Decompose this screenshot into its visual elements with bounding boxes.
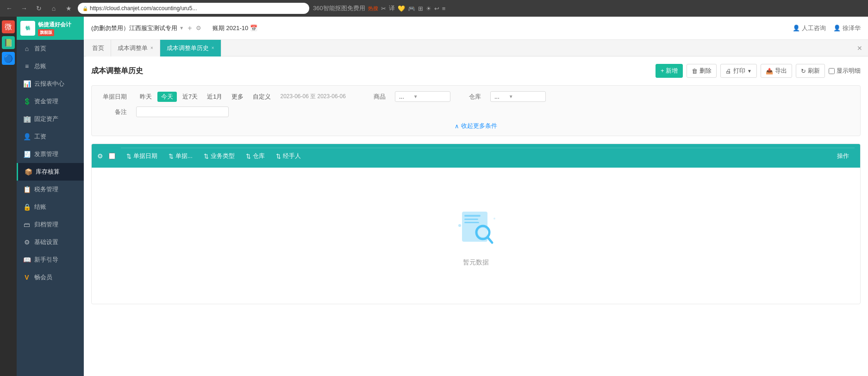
grid-icon[interactable]: ⊞ xyxy=(418,5,423,12)
remark-filter-label: 备注 xyxy=(99,108,127,116)
sidebar-label-tax: 税务管理 xyxy=(34,185,58,194)
warehouse-filter-label: 仓库 xyxy=(469,93,481,101)
sidebar-item-guide[interactable]: 📖 新手引导 xyxy=(17,251,84,269)
sidebar-item-tax[interactable]: 📋 税务管理 xyxy=(17,181,84,198)
wallet-icon[interactable]: 💛 xyxy=(398,5,405,12)
select-all-checkbox[interactable] xyxy=(109,153,115,159)
tab-bar-right: ✕ xyxy=(851,44,868,52)
page-title: 成本调整单历史 xyxy=(91,66,143,76)
tab-cost-adjustment-history-close[interactable]: × xyxy=(212,45,214,50)
refresh-button[interactable]: ↻ 刷新 xyxy=(796,64,825,78)
user-menu[interactable]: 👤 徐泽华 xyxy=(833,24,861,32)
table-settings-icon[interactable]: ⚙ xyxy=(97,152,103,160)
svg-rect-2 xyxy=(464,219,478,220)
sidebar-item-closing[interactable]: 🔒 结账 xyxy=(17,198,84,216)
sidebar-item-reports[interactable]: 📊 云报表中心 xyxy=(17,75,84,93)
export-button[interactable]: 📤 导出 xyxy=(761,64,792,78)
date-option-custom[interactable]: 自定义 xyxy=(249,92,275,102)
add-workspace-button[interactable]: + xyxy=(187,24,192,32)
new-button[interactable]: + 新增 xyxy=(656,64,683,78)
sidebar-logo: 畅 畅捷通好会计 旗舰版 xyxy=(17,17,84,40)
delete-button[interactable]: 🗑 删除 xyxy=(687,64,717,78)
product-select[interactable]: ... ▼ xyxy=(395,91,450,102)
calendar-icon[interactable]: 📅 xyxy=(250,25,257,31)
print-button[interactable]: 🖨 打印 ▼ xyxy=(720,64,757,78)
address-bar[interactable]: 🔒 https://cloud.chanjet.com/accounting/u… xyxy=(78,3,309,14)
date-option-yesterday[interactable]: 昨天 xyxy=(136,92,156,102)
date-option-today[interactable]: 今天 xyxy=(157,92,177,102)
nav-refresh-button[interactable]: ↻ xyxy=(33,3,44,14)
tab-cost-adjustment-label: 成本调整单 xyxy=(118,44,148,52)
strip-green[interactable]: 📗 xyxy=(2,36,15,49)
sidebar-item-payroll[interactable]: 👤 工资 xyxy=(17,128,84,145)
page-header: 成本调整单历史 + 新增 🗑 删除 🖨 打印 ▼ 📤 导出 xyxy=(91,64,861,78)
sidebar-item-settings[interactable]: ⚙ 基础设置 xyxy=(17,233,84,251)
ledger-icon: ≡ xyxy=(23,63,31,70)
browser-chrome: ← → ↻ ⌂ ★ 🔒 https://cloud.chanjet.com/ac… xyxy=(0,0,868,17)
tab-cost-adjustment-history[interactable]: 成本调整单历史 × xyxy=(160,40,221,56)
sidebar-item-fixed-assets[interactable]: 🏢 固定资产 xyxy=(17,110,84,128)
refresh-icon: ↻ xyxy=(801,68,806,75)
export-label: 导出 xyxy=(775,67,787,75)
collapse-button[interactable]: ∧ 收起更多条件 xyxy=(99,122,853,130)
close-all-tabs-button[interactable]: ✕ xyxy=(851,44,868,52)
ssl-lock-icon: 🔒 xyxy=(82,6,88,11)
scissors-icon[interactable]: ✂ xyxy=(381,5,386,12)
col-date[interactable]: ⇅ 单据日期 xyxy=(121,148,163,164)
url-text: https://cloud.chanjet.com/accounting/uru… xyxy=(90,5,197,12)
sidebar-label-archive: 归档管理 xyxy=(34,220,58,229)
col-operator[interactable]: ⇅ 经手人 xyxy=(270,148,306,164)
sidebar-item-invoice[interactable]: 🧾 发票管理 xyxy=(17,145,84,163)
product-filter-label: 商品 xyxy=(374,93,386,101)
tab-cost-adjustment-history-label: 成本调整单历史 xyxy=(167,44,209,52)
sort-icon-operator: ⇅ xyxy=(276,153,281,160)
sidebar-item-home[interactable]: ⌂ 首页 xyxy=(17,40,84,57)
sidebar-item-archive[interactable]: 🗃 归档管理 xyxy=(17,216,84,233)
col-biztype[interactable]: ⇅ 业务类型 xyxy=(198,148,240,164)
nav-star-button[interactable]: ★ xyxy=(63,3,74,14)
settings-gear-icon[interactable]: ⚙ xyxy=(196,25,201,31)
sidebar-label-inventory: 库存核算 xyxy=(36,168,60,176)
tab-cost-adjustment[interactable]: 成本调整单 × xyxy=(111,40,160,56)
payroll-icon: 👤 xyxy=(23,133,31,140)
nav-forward-button[interactable]: → xyxy=(19,3,30,14)
svg-point-8 xyxy=(493,218,495,219)
sidebar-label-invoice: 发票管理 xyxy=(34,150,58,158)
tab-cost-adjustment-close[interactable]: × xyxy=(150,45,153,50)
sidebar-item-funds[interactable]: 💲 资金管理 xyxy=(17,93,84,110)
print-dropdown-icon: ▼ xyxy=(747,69,752,74)
brightness-icon[interactable]: ☀ xyxy=(426,5,431,12)
col-number-label: 单据... xyxy=(175,152,193,160)
undo-icon[interactable]: ↩ xyxy=(434,5,439,12)
nav-back-button[interactable]: ← xyxy=(4,3,15,14)
sidebar-nav: ⌂ 首页 ≡ 总账 📊 云报表中心 💲 资金管理 🏢 固定资产 👤 工资 xyxy=(17,40,84,376)
date-option-1month[interactable]: 近1月 xyxy=(203,92,226,102)
translate-icon[interactable]: 译 xyxy=(389,4,395,13)
game-icon[interactable]: 🎮 xyxy=(408,5,415,12)
sidebar-item-inventory[interactable]: 📦 库存核算 xyxy=(17,163,84,181)
display-toggle-checkbox[interactable] xyxy=(829,68,835,74)
col-number[interactable]: ⇅ 单据... xyxy=(163,148,198,164)
menu-icon[interactable]: ≡ xyxy=(442,5,446,12)
sidebar-item-member[interactable]: V 畅会员 xyxy=(17,269,84,286)
tab-home[interactable]: 首页 xyxy=(86,40,111,56)
date-range-display: 2023-06-06 至 2023-06-06 xyxy=(280,93,345,100)
strip-weibo[interactable]: 微 xyxy=(2,20,15,33)
strip-blue[interactable]: 🔵 xyxy=(2,52,15,65)
display-toggle[interactable]: 显示明细 xyxy=(829,67,861,75)
date-option-7days[interactable]: 近7天 xyxy=(179,92,201,102)
col-action: 操作 xyxy=(831,148,855,164)
search-label: 360智能抠图免费用 xyxy=(313,4,365,13)
workspace-selector[interactable]: (勿删勿禁用）江西服宝测试专用 ▼ xyxy=(91,24,184,32)
nav-home-button[interactable]: ⌂ xyxy=(48,3,59,14)
col-warehouse[interactable]: ⇅ 仓库 xyxy=(240,148,270,164)
warehouse-dropdown-icon: ▼ xyxy=(509,94,513,99)
reports-icon: 📊 xyxy=(23,80,31,88)
date-option-more[interactable]: 更多 xyxy=(228,92,247,102)
service-button[interactable]: 👤 人工咨询 xyxy=(793,24,826,32)
warehouse-select[interactable]: ... ▼ xyxy=(490,91,546,102)
remark-input[interactable] xyxy=(136,107,229,117)
topbar-right: 👤 人工咨询 👤 徐泽华 xyxy=(793,24,861,32)
main-content: (勿删勿禁用）江西服宝测试专用 ▼ + ⚙ 账期 2021-10 📅 👤 人工咨… xyxy=(84,17,868,376)
sidebar-item-ledger[interactable]: ≡ 总账 xyxy=(17,57,84,75)
